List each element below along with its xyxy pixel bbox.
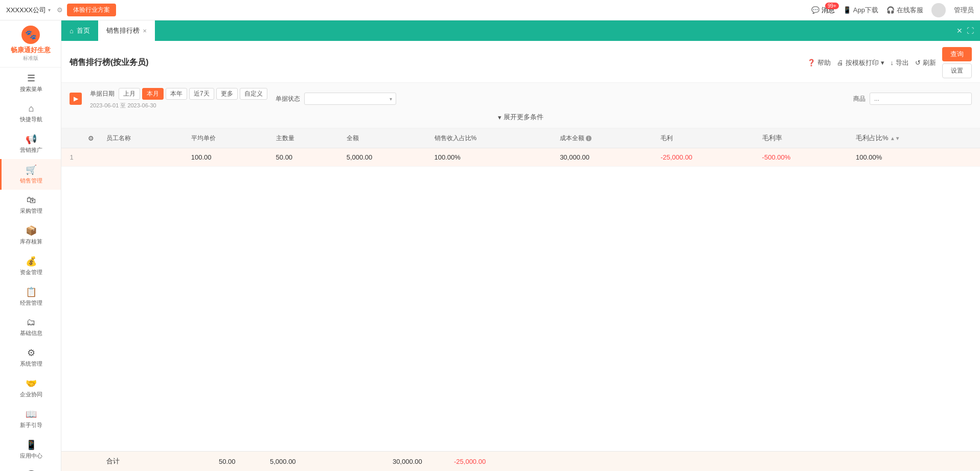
expand-down-icon: ▾ — [498, 114, 502, 121]
th-index — [61, 128, 82, 148]
company-selector[interactable]: XXXXXX公司 ▾ — [6, 6, 51, 15]
footer-cost: 30,000.00 — [393, 458, 454, 465]
sidebar-item-enterprise-collab[interactable]: 🤝 企业协同 — [0, 373, 61, 403]
export-icon: ↓ — [891, 59, 894, 66]
td-gross-pct: 100.00% — [850, 148, 980, 167]
date-filter-group: 单据日期 上月 本月 本年 近7天 更多 自定义 2023-06-01 至 20… — [90, 88, 267, 109]
more-conditions-row: ▾ 展开更多条件 — [70, 109, 972, 123]
expand-conditions-button[interactable]: ▾ 展开更多条件 — [498, 113, 543, 122]
settings-icon[interactable]: ⚙ — [57, 6, 63, 14]
td-employee — [100, 148, 185, 167]
refresh-button[interactable]: ↺ 刷新 — [915, 58, 936, 68]
notification-icon: 💬 — [811, 6, 819, 14]
date-btn-this-year[interactable]: 本年 — [166, 88, 187, 100]
sidebar-item-system[interactable]: ⚙ 系统管理 — [0, 342, 61, 373]
app-download-icon: 📱 — [843, 6, 851, 14]
close-window-icon[interactable]: ✕ — [956, 27, 963, 35]
td-gross-margin: -500.00% — [756, 148, 850, 167]
table-wrapper: ⚙ 员工名称 平均单价 主数量 全额 销售收入占比% 成本全额 i 毛利 — [61, 128, 980, 451]
app-download-btn[interactable]: 📱 App下载 — [843, 6, 878, 15]
th-gross-pct-sort[interactable]: 毛利占比% — [856, 133, 888, 143]
help-icon: ❓ — [807, 59, 815, 66]
th-gross-pct: 毛利占比% ▲▼ — [850, 128, 980, 148]
company-name: XXXXXX公司 — [6, 6, 46, 15]
date-btn-more[interactable]: 更多 — [216, 88, 238, 100]
filter-toggle-btn[interactable]: ▶ — [70, 93, 82, 105]
th-settings[interactable]: ⚙ — [82, 128, 100, 148]
cost-info-icon: i — [586, 136, 591, 141]
query-btn-group: 查询 设置 — [942, 47, 972, 78]
page-header: 销售排行榜(按业务员) ❓ 帮助 🖨 按模板打印 ▾ ↓ 导出 — [61, 41, 980, 83]
print-chevron-icon: ▾ — [881, 59, 884, 66]
th-quantity: 主数量 — [270, 128, 340, 148]
status-select[interactable] — [304, 93, 396, 105]
td-amount: 5,000.00 — [340, 148, 428, 167]
footer-quantity: 50.00 — [219, 458, 270, 465]
query-button[interactable]: 查询 — [942, 47, 972, 61]
finance-icon: 💰 — [26, 256, 37, 267]
status-filter-group: 单据状态 — [276, 93, 396, 105]
operations-icon: 📋 — [26, 286, 37, 298]
footer-amount: 5,000.00 — [270, 458, 331, 465]
sidebar-item-wechat[interactable]: 💬 企业微信 — [0, 465, 61, 471]
tab-bar: ⌂ 首页 销售排行榜 ✕ ✕ ⛶ — [61, 20, 980, 41]
date-btn-custom[interactable]: 自定义 — [240, 88, 267, 100]
settings-button[interactable]: 设置 — [942, 63, 972, 78]
column-settings-icon[interactable]: ⚙ — [88, 134, 94, 142]
main-container: 🐾 畅康通好生意 标准版 ☰ 搜索菜单 ⌂ 快捷导航 📢 营销推广 🛒 销售管理… — [0, 20, 980, 471]
export-button[interactable]: ↓ 导出 — [891, 58, 909, 68]
sidebar: 🐾 畅康通好生意 标准版 ☰ 搜索菜单 ⌂ 快捷导航 📢 营销推广 🛒 销售管理… — [0, 20, 61, 471]
maximize-window-icon[interactable]: ⛶ — [967, 27, 974, 35]
trial-button[interactable]: 体验行业方案 — [67, 4, 116, 16]
home-tab-icon: ⌂ — [70, 27, 74, 35]
print-icon: 🖨 — [837, 59, 844, 66]
th-amount: 全额 — [340, 128, 428, 148]
date-filter-btns: 上月 本月 本年 近7天 更多 自定义 — [119, 88, 267, 100]
sidebar-item-search-order[interactable]: ☰ 搜索菜单 — [0, 68, 61, 98]
sidebar-item-app-center[interactable]: 📱 应用中心 — [0, 434, 61, 465]
status-label: 单据状态 — [276, 95, 300, 103]
td-cost: 30,000.00 — [554, 148, 654, 167]
notification-area[interactable]: 💬 消息 99+ — [811, 6, 835, 15]
date-range-text: 2023-06-01 至 2023-06-30 — [90, 102, 267, 109]
sales-rank-table: ⚙ 员工名称 平均单价 主数量 全额 销售收入占比% 成本全额 i 毛利 — [61, 128, 980, 167]
top-right-area: 💬 消息 99+ 📱 App下载 🎧 在线客服 管理员 — [811, 3, 974, 17]
help-button[interactable]: ❓ 帮助 — [807, 58, 831, 68]
close-tab-icon[interactable]: ✕ — [143, 28, 147, 34]
sidebar-item-sales[interactable]: 🛒 销售管理 — [0, 159, 61, 190]
th-gross-margin-sort[interactable]: 毛利率 — [762, 133, 782, 143]
page-content: 销售排行榜(按业务员) ❓ 帮助 🖨 按模板打印 ▾ ↓ 导出 — [61, 41, 980, 471]
sidebar-item-finance[interactable]: 💰 资金管理 — [0, 251, 61, 281]
goods-input[interactable] — [870, 93, 972, 105]
sales-icon: 🛒 — [26, 164, 37, 175]
sidebar-item-basic-info[interactable]: 🗂 基础信息 — [0, 312, 61, 342]
date-btn-this-month[interactable]: 本月 — [142, 88, 164, 100]
tab-home[interactable]: ⌂ 首页 — [61, 20, 98, 41]
date-btn-last-month[interactable]: 上月 — [119, 88, 140, 100]
td-sales-pct: 100.00% — [428, 148, 554, 167]
chevron-down-icon: ▾ — [48, 7, 51, 13]
avatar[interactable] — [931, 3, 946, 17]
date-btn-7days[interactable]: 近7天 — [189, 88, 214, 100]
sidebar-item-purchase[interactable]: 🛍 采购管理 — [0, 190, 61, 220]
filter-arrow-icon: ▶ — [74, 95, 78, 102]
print-template-button[interactable]: 🖨 按模板打印 ▾ — [837, 58, 884, 68]
basic-info-icon: 🗂 — [27, 317, 36, 328]
tab-window-controls: ✕ ⛶ — [956, 27, 980, 35]
user-name: 管理员 — [954, 6, 974, 15]
sidebar-item-inventory[interactable]: 📦 库存核算 — [0, 220, 61, 251]
sort-icon: ▲▼ — [890, 136, 900, 141]
online-service-btn[interactable]: 🎧 在线客服 — [886, 6, 923, 15]
sidebar-item-operations[interactable]: 📋 经营管理 — [0, 281, 61, 312]
sales-rank-tab-label: 销售排行榜 — [106, 26, 140, 35]
td-settings — [82, 148, 100, 167]
sidebar-item-marketing[interactable]: 📢 营销推广 — [0, 128, 61, 159]
tab-sales-rank[interactable]: 销售排行榜 ✕ — [98, 20, 155, 41]
th-gross-margin: 毛利率 — [756, 128, 850, 148]
goods-label: 商品 — [853, 95, 865, 103]
sidebar-item-onboarding[interactable]: 📖 新手引导 — [0, 403, 61, 434]
inventory-icon: 📦 — [26, 225, 37, 236]
footer-gross-profit: -25,000.00 — [454, 458, 515, 465]
sidebar-item-quick-nav[interactable]: ⌂ 快捷导航 — [0, 98, 61, 128]
search-menu-icon: ☰ — [27, 73, 35, 84]
